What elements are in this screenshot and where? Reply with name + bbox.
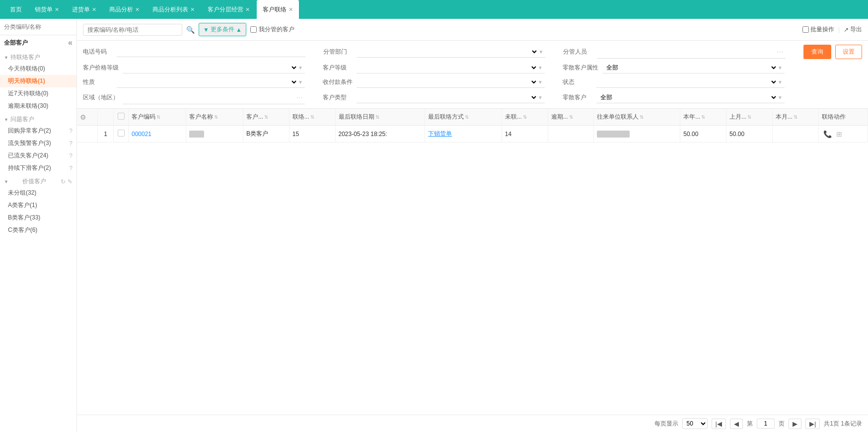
more-filter-button[interactable]: ▼ 更多条件 ▲ bbox=[199, 23, 246, 36]
manager-more-icon[interactable]: ··· bbox=[777, 48, 784, 55]
nav-product-analysis-close[interactable]: ✕ bbox=[135, 6, 140, 13]
nav-sales-close[interactable]: ✕ bbox=[55, 6, 59, 13]
sidebar-search-input[interactable] bbox=[4, 23, 77, 30]
col-code[interactable]: 客户编码⇅ bbox=[129, 109, 186, 126]
sidebar-item-today[interactable]: 今天待联络(0) bbox=[0, 63, 76, 75]
select-all-checkbox[interactable] bbox=[118, 113, 125, 120]
customer-level-select[interactable] bbox=[359, 64, 538, 72]
customer-type-chevron-icon: ▼ bbox=[538, 95, 543, 100]
sidebar-item-churn-warning[interactable]: 流失预警客户(3) ? bbox=[0, 137, 76, 149]
sidebar-item-tomorrow[interactable]: 明天待联络(1) bbox=[0, 75, 76, 87]
nav-home[interactable]: 首页 bbox=[4, 0, 28, 19]
retail-select[interactable]: 全部 bbox=[598, 93, 778, 101]
action-qr-icon[interactable]: ⊞ bbox=[836, 130, 842, 138]
nav-product-analysis[interactable]: 商品分析 ✕ bbox=[103, 0, 145, 19]
info-icon-0[interactable]: ? bbox=[69, 128, 72, 135]
nav-customer-contact[interactable]: 客户联络 ✕ bbox=[257, 0, 299, 19]
sidebar-item-ungrouped[interactable]: 未分组(32) bbox=[0, 187, 76, 199]
row-last-contact-date: 2023-05-23 18:25: bbox=[335, 126, 425, 143]
my-customer-checkbox[interactable] bbox=[250, 26, 257, 33]
sidebar-item-a-class[interactable]: A类客户(1) bbox=[0, 199, 76, 212]
search-button[interactable]: 🔍 bbox=[186, 26, 195, 34]
nav-purchase[interactable]: 进货单 ✕ bbox=[66, 0, 102, 19]
price-level-select[interactable] bbox=[125, 64, 298, 72]
search-input[interactable] bbox=[83, 24, 182, 36]
retail-attr-select-wrap: 全部 ▼ bbox=[602, 62, 785, 73]
col-last-month[interactable]: 上月...⇅ bbox=[726, 109, 773, 126]
filter-customer-level: 客户等级 ▼ bbox=[323, 62, 545, 73]
col-this-month[interactable]: 本月...⇅ bbox=[772, 109, 818, 126]
prev-page-btn[interactable]: ◀ bbox=[730, 419, 743, 429]
filter-row-2: 客户价格等级 ▼ 客户等级 ▼ 零散客户属性 bbox=[83, 62, 862, 73]
col-this-year[interactable]: 本年...⇅ bbox=[680, 109, 726, 126]
retail-attr-select[interactable]: 全部 bbox=[604, 64, 778, 72]
page-label: 第 bbox=[747, 420, 753, 428]
col-unit-contact[interactable]: 往来单位联系人⇅ bbox=[594, 109, 680, 126]
col-customer-type[interactable]: 客户...⇅ bbox=[243, 109, 289, 126]
sidebar-all-customers[interactable]: 全部客户 « bbox=[0, 35, 76, 50]
sidebar-item-overdue[interactable]: 逾期未联络(30) bbox=[0, 100, 76, 112]
status-label: 状态 bbox=[563, 78, 592, 86]
page-number-input[interactable] bbox=[757, 419, 775, 429]
value-refresh-icon[interactable]: ↻ bbox=[61, 178, 66, 185]
dept-select[interactable] bbox=[359, 48, 539, 56]
info-icon-1[interactable]: ? bbox=[69, 140, 72, 147]
next-page-btn[interactable]: ▶ bbox=[789, 419, 801, 429]
col-gear[interactable]: ⚙ bbox=[77, 109, 97, 126]
nav-product-analysis-list-close[interactable]: ✕ bbox=[190, 6, 195, 13]
query-button[interactable]: 查询 bbox=[803, 45, 831, 59]
region-input[interactable] bbox=[125, 92, 296, 102]
status-select[interactable] bbox=[598, 78, 778, 86]
row-name[interactable]: Ea bbox=[186, 126, 243, 143]
sidebar-item-repurchase-abnormal[interactable]: 回购异常客户(2) ? bbox=[0, 125, 76, 137]
batch-op-button[interactable]: 批量操作 bbox=[802, 25, 834, 34]
col-name[interactable]: 客户名称⇅ bbox=[186, 109, 243, 126]
sidebar-item-churned[interactable]: 已流失客户(24) ? bbox=[0, 149, 76, 162]
row-code[interactable]: 000021 bbox=[129, 126, 186, 143]
nav-customer-contact-close[interactable]: ✕ bbox=[289, 6, 293, 13]
setting-button[interactable]: 设置 bbox=[835, 45, 862, 59]
region-more-icon[interactable]: ··· bbox=[296, 94, 303, 101]
nature-select[interactable] bbox=[119, 78, 298, 86]
top-nav: 首页 销货单 ✕ 进货单 ✕ 商品分析 ✕ 商品分析列表 ✕ 客户分层经营 ✕ … bbox=[0, 0, 868, 19]
info-icon-3[interactable]: ? bbox=[69, 165, 72, 172]
manager-input[interactable] bbox=[599, 47, 777, 57]
batch-op-checkbox[interactable] bbox=[802, 26, 809, 33]
info-icon-2[interactable]: ? bbox=[69, 152, 72, 159]
nav-purchase-close[interactable]: ✕ bbox=[92, 6, 96, 13]
nav-sales[interactable]: 销货单 ✕ bbox=[29, 0, 65, 19]
payment-select[interactable] bbox=[359, 78, 538, 86]
col-contact[interactable]: 联络...⇅ bbox=[289, 109, 335, 126]
sidebar-item-7days[interactable]: 近7天待联络(0) bbox=[0, 87, 76, 100]
export-button[interactable]: ↗ 导出 bbox=[844, 25, 862, 34]
row-this-month bbox=[772, 126, 818, 143]
col-overdue[interactable]: 逾期...⇅ bbox=[548, 109, 594, 126]
sidebar-item-declining[interactable]: 持续下滑客户(2) ? bbox=[0, 162, 76, 174]
action-phone-icon[interactable]: 📞 bbox=[823, 130, 832, 138]
col-last-contact-date[interactable]: 最后联络日期⇅ bbox=[335, 109, 425, 126]
row-checkbox[interactable] bbox=[118, 130, 125, 137]
phone-input[interactable] bbox=[117, 47, 305, 57]
last-page-btn[interactable]: ▶| bbox=[805, 419, 820, 429]
gear-icon[interactable]: ⚙ bbox=[80, 113, 86, 121]
row-contact: 15 bbox=[289, 126, 335, 143]
col-last-contact-method[interactable]: 最后联络方式⇅ bbox=[425, 109, 502, 126]
export-icon: ↗ bbox=[844, 26, 849, 33]
filter-dept: 分管部门 ▼ bbox=[323, 46, 546, 58]
type-sort-icon: ⇅ bbox=[264, 114, 268, 120]
first-page-btn[interactable]: |◀ bbox=[712, 419, 726, 429]
nav-customer-tier-close[interactable]: ✕ bbox=[245, 6, 250, 13]
value-edit-icon[interactable]: ✎ bbox=[68, 178, 72, 185]
row-gear bbox=[77, 126, 97, 143]
sidebar-item-c-class[interactable]: C类客户(6) bbox=[0, 224, 76, 236]
customer-type-select[interactable] bbox=[359, 93, 538, 101]
customer-type-label: 客户类型 bbox=[323, 93, 353, 102]
sidebar-item-b-class[interactable]: B类客户(33) bbox=[0, 212, 76, 224]
nav-customer-tier[interactable]: 客户分层经营 ✕ bbox=[202, 0, 256, 19]
col-no-contact[interactable]: 未联...⇅ bbox=[502, 109, 548, 126]
row-last-contact-method[interactable]: 下销货单 bbox=[425, 126, 502, 143]
retail-select-wrap: 全部 ▼ bbox=[596, 92, 785, 103]
per-page-select[interactable]: 50 100 200 bbox=[682, 418, 708, 429]
nav-product-analysis-list[interactable]: 商品分析列表 ✕ bbox=[146, 0, 201, 19]
sidebar-collapse-icon[interactable]: « bbox=[68, 38, 72, 47]
